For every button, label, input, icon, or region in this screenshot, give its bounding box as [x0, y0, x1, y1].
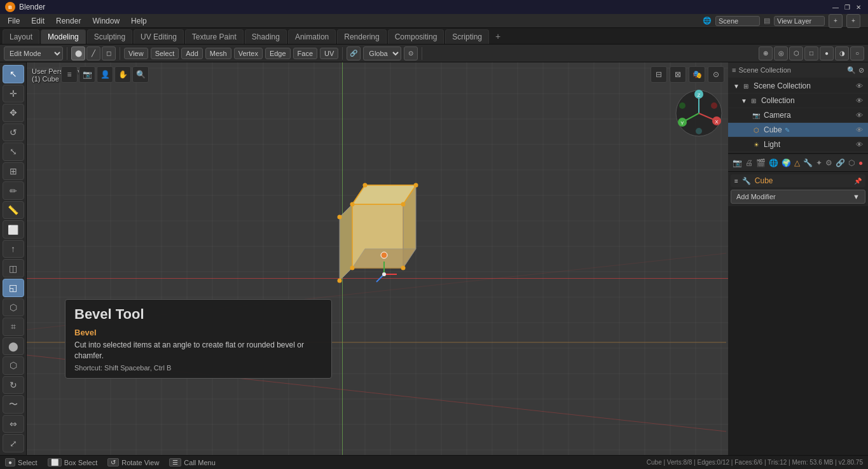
perspective-toggle-btn[interactable]: ⊠ [670, 66, 686, 83]
menu-file[interactable]: File [3, 15, 25, 27]
collection-item[interactable]: ▼ ⊞ Collection 👁 [728, 94, 868, 108]
extrude-tool-btn[interactable]: ↑ [3, 240, 24, 258]
camera-item[interactable]: 📷 Camera 👁 [728, 108, 868, 123]
menu-render[interactable]: Render [51, 15, 86, 27]
uv-menu-btn[interactable]: UV [320, 48, 338, 59]
tab-modeling[interactable]: Modeling [41, 29, 86, 44]
solid-shade-btn[interactable]: ● [820, 46, 834, 60]
output-props-btn[interactable]: 🖨 [745, 154, 754, 172]
vertex-select-btn[interactable]: ⬤ [71, 46, 85, 60]
view-layer-plus-button[interactable]: + [846, 14, 860, 28]
smooth-tool-btn[interactable]: 〜 [3, 395, 24, 414]
light-item[interactable]: ☀ Light 👁 [728, 137, 868, 152]
modifier-props-btn[interactable]: 🔧 [803, 154, 813, 172]
vertex-menu-btn[interactable]: Vertex [234, 48, 263, 59]
transform-tool-btn[interactable]: ⊞ [3, 162, 24, 181]
edge-select-btn[interactable]: ╱ [86, 46, 100, 60]
scale-tool-btn[interactable]: ⤡ [3, 143, 24, 161]
properties-pin-icon[interactable]: 📌 [854, 178, 862, 185]
outliner-search-icon[interactable]: 🔍 [847, 66, 856, 74]
bevel-tool-btn[interactable]: ◱ [3, 279, 24, 297]
bisect-tool-btn[interactable]: ⬤ [3, 337, 24, 356]
scene-plus-button[interactable]: + [829, 14, 843, 28]
overlay-btn[interactable]: ⬡ [789, 46, 803, 60]
particles-props-btn[interactable]: ✦ [815, 154, 823, 172]
move-tool-btn[interactable]: ✥ [3, 104, 24, 122]
shrink-tool-btn[interactable]: ⤢ [3, 434, 24, 452]
scene-collection-eye[interactable]: 👁 [856, 82, 863, 90]
menu-help[interactable]: Help [126, 15, 152, 27]
view-props-btn[interactable]: 🎬 [755, 154, 766, 172]
pivot-btn[interactable]: ⊙ [404, 46, 418, 60]
tab-layout[interactable]: Layout [3, 29, 39, 44]
transform-lock-btn[interactable]: 🔗 [347, 46, 361, 60]
select-tool-btn[interactable]: ↖ [3, 65, 24, 83]
world-props-btn[interactable]: 🌍 [781, 154, 792, 172]
face-menu-btn[interactable]: Face [293, 48, 317, 59]
maximize-button[interactable]: ❐ [843, 3, 851, 11]
select-menu-btn[interactable]: Select [151, 48, 179, 59]
rotate-tool-btn[interactable]: ↺ [3, 123, 24, 142]
physics-props-btn[interactable]: ⚙ [825, 154, 833, 172]
mesh-menu-btn[interactable]: Mesh [205, 48, 231, 59]
menu-edit[interactable]: Edit [26, 15, 50, 27]
material-props-btn[interactable]: ● [857, 154, 864, 172]
loop-cut-tool-btn[interactable]: ⬡ [3, 298, 24, 317]
spin-tool-btn[interactable]: ↻ [3, 376, 24, 395]
viewport-overlays-btn[interactable]: 🎭 [689, 66, 705, 83]
add-workspace-button[interactable]: + [490, 29, 506, 44]
proportional-edit-btn[interactable]: ◎ [774, 46, 788, 60]
menu-window[interactable]: Window [87, 15, 125, 27]
add-menu-btn[interactable]: Add [181, 48, 203, 59]
constraints-props-btn[interactable]: 🔗 [835, 154, 846, 172]
inset-tool-btn[interactable]: ◫ [3, 259, 24, 277]
camera-eye[interactable]: 👁 [856, 111, 863, 119]
viewport-hand-icon[interactable]: ✋ [114, 66, 131, 83]
measure-tool-btn[interactable]: 📏 [3, 201, 24, 220]
edge-menu-btn[interactable]: Edge [265, 48, 291, 59]
cursor-tool-btn[interactable]: ✛ [3, 85, 24, 103]
material-shade-btn[interactable]: ◑ [835, 46, 849, 60]
view-menu-btn[interactable]: View [124, 48, 148, 59]
cube-item[interactable]: ⬡ Cube ✎ 👁 [728, 123, 868, 137]
viewport-cam-icon[interactable]: 📷 [79, 66, 95, 83]
scene-collection-item[interactable]: ▼ ⊞ Scene Collection 👁 [728, 79, 868, 94]
cube-eye[interactable]: 👁 [856, 126, 863, 134]
knife-tool-btn[interactable]: ⌗ [3, 318, 24, 336]
minimize-button[interactable]: — [831, 3, 840, 11]
add-modifier-dropdown[interactable]: Add Modifier ▼ [731, 190, 865, 204]
gizmo-btn[interactable]: ⊙ [708, 66, 724, 83]
viewport-3d[interactable]: User Perspective (1) Cube [27, 62, 728, 455]
viewport-person-icon[interactable]: 👤 [97, 66, 113, 83]
edit-mode-select[interactable]: Edit Mode Object Mode Sculpt Mode [4, 46, 63, 60]
viewport-menu-btn[interactable]: ≡ [61, 66, 78, 83]
xray-btn[interactable]: □ [804, 46, 818, 60]
face-select-btn[interactable]: ◻ [102, 46, 116, 60]
tab-sculpting[interactable]: Sculpting [87, 29, 132, 44]
view-layer-input[interactable] [774, 16, 825, 26]
tab-shading[interactable]: Shading [245, 29, 287, 44]
light-eye[interactable]: 👁 [856, 141, 863, 148]
rendered-shade-btn[interactable]: ○ [850, 46, 864, 60]
annotate-tool-btn[interactable]: ✏ [3, 181, 24, 200]
tab-scripting[interactable]: Scripting [445, 29, 489, 44]
tab-compositing[interactable]: Compositing [388, 29, 444, 44]
data-props-btn[interactable]: ⬡ [848, 154, 855, 172]
tab-animation[interactable]: Animation [288, 29, 336, 44]
camera-view-btn[interactable]: ⊟ [651, 66, 667, 83]
scene-input[interactable] [715, 16, 760, 26]
add-cube-tool-btn[interactable]: ⬜ [3, 220, 24, 239]
edge-slide-tool-btn[interactable]: ⇔ [3, 415, 24, 433]
tab-texture-paint[interactable]: Texture Paint [185, 29, 244, 44]
viewport-search-icon[interactable]: 🔍 [132, 66, 149, 83]
poly-build-tool-btn[interactable]: ⬡ [3, 356, 24, 375]
scene-props-btn[interactable]: 🌐 [768, 154, 779, 172]
transform-orientation-select[interactable]: Global Local Normal [363, 46, 401, 60]
tab-rendering[interactable]: Rendering [337, 29, 386, 44]
axes-gizmo[interactable]: Z X Y [673, 88, 724, 139]
render-props-btn[interactable]: 📷 [732, 154, 743, 172]
object-props-btn[interactable]: △ [794, 154, 801, 172]
snap-btn[interactable]: ⊕ [759, 46, 773, 60]
outliner-filter-icon[interactable]: ⊘ [858, 66, 864, 74]
collection-eye[interactable]: 👁 [856, 97, 863, 104]
